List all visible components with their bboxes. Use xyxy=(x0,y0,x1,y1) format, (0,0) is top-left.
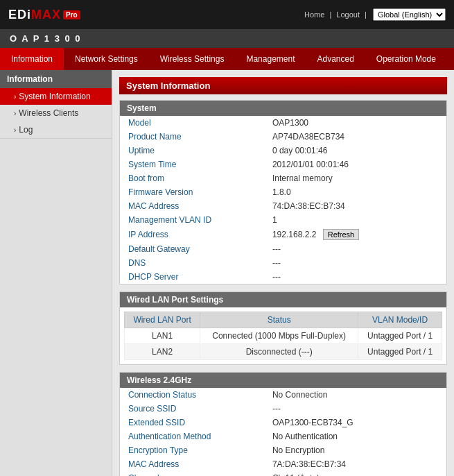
sidebar-item-log[interactable]: › Log xyxy=(0,121,112,138)
label-ext-ssid: Extended SSID xyxy=(120,416,267,430)
wireless-box: Wireless 2.4GHz Connection Status No Con… xyxy=(119,372,447,476)
value-mac: 74:DA:38:EC:B7:34 xyxy=(267,199,446,213)
nav-management[interactable]: Management xyxy=(235,48,306,70)
sidebar: Information › System Information › Wirel… xyxy=(0,70,112,476)
device-name: O A P 1 3 0 0 xyxy=(10,33,82,44)
table-row: LAN1 Connected (1000 Mbps Full-Duplex) U… xyxy=(125,328,442,344)
language-select[interactable]: Global (English) xyxy=(373,8,446,21)
label-ip: IP Address xyxy=(120,227,267,242)
col-header-vlan: VLAN Mode/ID xyxy=(358,312,442,328)
table-row: IP Address 192.168.2.2 Refresh xyxy=(120,227,446,242)
logo-pro: Pro xyxy=(63,10,80,19)
main-layout: Information › System Information › Wirel… xyxy=(0,70,454,476)
lan2-status: Disconnected (---) xyxy=(200,344,358,360)
system-info-box: System Model OAP1300 Product Name AP74DA… xyxy=(119,100,447,284)
table-row: Firmware Version 1.8.0 xyxy=(120,185,446,199)
table-row: DHCP Server --- xyxy=(120,270,446,284)
sidebar-item-system-information[interactable]: › System Information xyxy=(0,88,112,105)
table-row: Management VLAN ID 1 xyxy=(120,213,446,227)
lan1-status: Connected (1000 Mbps Full-Duplex) xyxy=(200,328,358,344)
table-row: Product Name AP74DA38ECB734 xyxy=(120,130,446,144)
header-links: Home | Logout | Global (English) xyxy=(302,8,446,21)
value-dhcp: --- xyxy=(267,270,446,284)
logo-area: EDiMAX Pro xyxy=(8,8,80,22)
label-boot-from: Boot from xyxy=(120,171,267,185)
nav-advanced[interactable]: Advanced xyxy=(306,48,365,70)
table-row: Source SSID --- xyxy=(120,402,446,416)
content-area: System Information System Model OAP1300 … xyxy=(112,70,454,476)
table-row: Extended SSID OAP1300-ECB734_G xyxy=(120,416,446,430)
home-link[interactable]: Home xyxy=(304,10,324,19)
label-product-name: Product Name xyxy=(120,130,267,144)
logout-link[interactable]: Logout xyxy=(336,10,360,19)
device-bar: O A P 1 3 0 0 xyxy=(0,29,454,48)
arrow-icon: › xyxy=(14,126,16,134)
table-row: Boot from Internal memory xyxy=(120,171,446,185)
nav-information[interactable]: Information xyxy=(0,48,64,70)
nav-operation-mode[interactable]: Operation Mode xyxy=(365,48,447,70)
table-row: Channel Ch 11 (Auto) xyxy=(120,471,446,476)
table-row: Encryption Type No Encryption xyxy=(120,443,446,457)
wired-lan-box: Wired LAN Port Settings Wired LAN Port S… xyxy=(119,291,447,365)
label-firmware: Firmware Version xyxy=(120,185,267,199)
value-ip: 192.168.2.2 Refresh xyxy=(267,227,446,242)
sidebar-item-wireless-clients[interactable]: › Wireless Clients xyxy=(0,105,112,121)
label-dns: DNS xyxy=(120,256,267,270)
value-gateway: --- xyxy=(267,242,446,256)
lan2-port: LAN2 xyxy=(125,344,200,360)
sidebar-header-information[interactable]: Information xyxy=(0,70,112,88)
label-mac: MAC Address xyxy=(120,199,267,213)
value-vlan-id: 1 xyxy=(267,213,446,227)
value-conn-status: No Connection xyxy=(267,388,446,402)
label-channel: Channel xyxy=(120,471,267,476)
value-channel: Ch 11 (Auto) xyxy=(267,471,446,476)
value-encryption: No Encryption xyxy=(267,443,446,457)
refresh-button[interactable]: Refresh xyxy=(323,229,360,240)
table-row: Uptime 0 day 00:01:46 xyxy=(120,144,446,158)
table-row: Authentication Method No Authentication xyxy=(120,430,446,443)
wireless-title: Wireless 2.4GHz xyxy=(120,373,446,388)
nav-wireless-settings[interactable]: Wireless Settings xyxy=(149,48,236,70)
lan1-port: LAN1 xyxy=(125,328,200,344)
table-row: Model OAP1300 xyxy=(120,116,446,130)
logo-edimax: EDiMAX xyxy=(8,8,61,22)
value-dns: --- xyxy=(267,256,446,270)
table-row: DNS --- xyxy=(120,256,446,270)
value-boot-from: Internal memory xyxy=(267,171,446,185)
value-ext-ssid: OAP1300-ECB734_G xyxy=(267,416,446,430)
label-uptime: Uptime xyxy=(120,144,267,158)
wireless-info-table: Connection Status No Connection Source S… xyxy=(120,388,446,476)
arrow-icon: › xyxy=(14,93,16,101)
label-wireless-mac: MAC Address xyxy=(120,457,267,471)
sidebar-section-information: Information › System Information › Wirel… xyxy=(0,70,112,139)
table-row: Default Gateway --- xyxy=(120,242,446,256)
value-wireless-mac: 7A:DA:38:EC:B7:34 xyxy=(267,457,446,471)
lan2-vlan: Untagged Port / 1 xyxy=(358,344,442,360)
value-source-ssid: --- xyxy=(267,402,446,416)
label-conn-status: Connection Status xyxy=(120,388,267,402)
top-nav: Information Network Settings Wireless Se… xyxy=(0,48,454,70)
value-auth-method: No Authentication xyxy=(267,430,446,443)
label-vlan-id: Management VLAN ID xyxy=(120,213,267,227)
page-title: System Information xyxy=(119,77,447,94)
table-row: LAN2 Disconnected (---) Untagged Port / … xyxy=(125,344,442,360)
wired-lan-table-wrapper: Wired LAN Port Status VLAN Mode/ID LAN1 … xyxy=(120,307,446,364)
value-product-name: AP74DA38ECB734 xyxy=(267,130,446,144)
label-model: Model xyxy=(120,116,267,130)
label-gateway: Default Gateway xyxy=(120,242,267,256)
table-header-row: Wired LAN Port Status VLAN Mode/ID xyxy=(125,312,442,328)
table-row: Connection Status No Connection xyxy=(120,388,446,402)
label-source-ssid: Source SSID xyxy=(120,402,267,416)
col-header-status: Status xyxy=(200,312,358,328)
label-dhcp: DHCP Server xyxy=(120,270,267,284)
label-system-time: System Time xyxy=(120,158,267,171)
table-row: MAC Address 74:DA:38:EC:B7:34 xyxy=(120,199,446,213)
value-firmware: 1.8.0 xyxy=(267,185,446,199)
nav-network-settings[interactable]: Network Settings xyxy=(64,48,149,70)
wired-lan-title: Wired LAN Port Settings xyxy=(120,292,446,307)
label-auth-method: Authentication Method xyxy=(120,430,267,443)
system-info-table: Model OAP1300 Product Name AP74DA38ECB73… xyxy=(120,116,446,284)
table-row: System Time 2012/01/01 00:01:46 xyxy=(120,158,446,171)
table-row: MAC Address 7A:DA:38:EC:B7:34 xyxy=(120,457,446,471)
lan1-vlan: Untagged Port / 1 xyxy=(358,328,442,344)
